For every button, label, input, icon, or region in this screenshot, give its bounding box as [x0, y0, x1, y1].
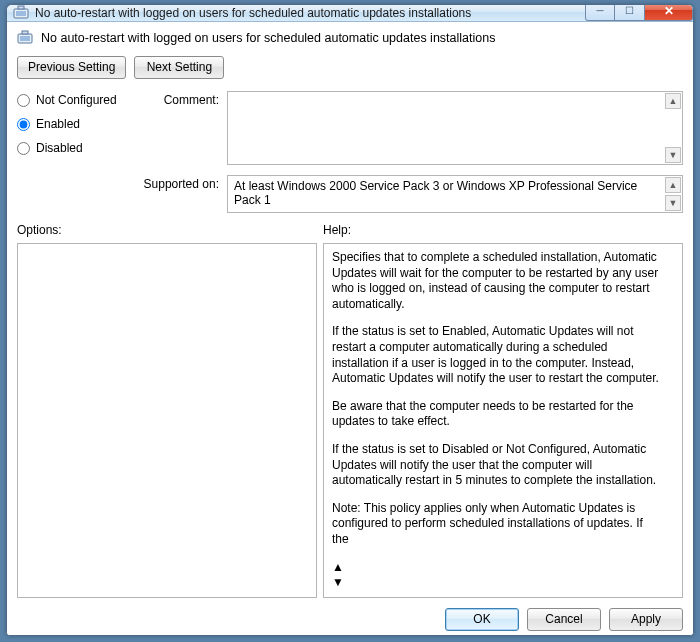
panes: Specifies that to complete a scheduled i… — [17, 243, 683, 598]
section-labels: Options: Help: — [17, 223, 683, 237]
radio-label: Not Configured — [36, 93, 117, 107]
window-title: No auto-restart with logged on users for… — [35, 6, 585, 20]
upper-config: Not Configured Enabled Disabled Comment:… — [17, 91, 683, 213]
gpo-editor-window: No auto-restart with logged on users for… — [6, 4, 694, 636]
state-radio-group: Not Configured Enabled Disabled — [17, 91, 137, 213]
apply-button[interactable]: Apply — [609, 608, 683, 631]
heading-row: No auto-restart with logged on users for… — [17, 30, 683, 46]
close-button[interactable]: ✕ — [645, 4, 693, 21]
radio-enabled[interactable]: Enabled — [17, 117, 137, 131]
scroll-down-icon[interactable]: ▼ — [665, 147, 681, 163]
svg-rect-2 — [18, 6, 24, 9]
scroll-up-icon[interactable]: ▲ — [665, 177, 681, 193]
svg-rect-4 — [20, 36, 30, 41]
supported-row: Supported on: At least Windows 2000 Serv… — [137, 175, 683, 213]
nav-row: Previous Setting Next Setting — [17, 56, 683, 79]
minimize-button[interactable]: ─ — [585, 4, 615, 21]
scroll-down-icon[interactable]: ▼ — [665, 195, 681, 211]
window-controls: ─ ☐ ✕ — [585, 4, 693, 21]
supported-value: At least Windows 2000 Service Pack 3 or … — [234, 179, 637, 207]
footer-buttons: OK Cancel Apply — [17, 608, 683, 631]
next-setting-button[interactable]: Next Setting — [134, 56, 224, 79]
comment-label: Comment: — [137, 91, 227, 107]
options-section-label: Options: — [17, 223, 323, 237]
svg-rect-1 — [16, 11, 26, 16]
cancel-button[interactable]: Cancel — [527, 608, 601, 631]
options-pane — [17, 243, 317, 598]
svg-rect-5 — [22, 31, 28, 34]
ok-button[interactable]: OK — [445, 608, 519, 631]
supported-textbox: At least Windows 2000 Service Pack 3 or … — [227, 175, 683, 213]
radio-label: Enabled — [36, 117, 80, 131]
scroll-down-icon[interactable]: ▼ — [332, 575, 660, 591]
help-paragraph: Specifies that to complete a scheduled i… — [332, 250, 660, 312]
comment-row: Comment: ▲ ▼ — [137, 91, 683, 165]
help-section-label: Help: — [323, 223, 351, 237]
radio-label: Disabled — [36, 141, 83, 155]
help-paragraph: If the status is set to Disabled or Not … — [332, 442, 660, 489]
radio-disabled-input[interactable] — [17, 142, 30, 155]
maximize-button[interactable]: ☐ — [615, 4, 645, 21]
meta-column: Comment: ▲ ▼ Supported on: At least Wind… — [137, 91, 683, 213]
supported-label: Supported on: — [137, 175, 227, 191]
scroll-up-icon[interactable]: ▲ — [332, 560, 660, 576]
radio-not-configured-input[interactable] — [17, 94, 30, 107]
policy-heading: No auto-restart with logged on users for… — [41, 31, 495, 45]
help-paragraph: Note: This policy applies only when Auto… — [332, 501, 660, 548]
radio-disabled[interactable]: Disabled — [17, 141, 137, 155]
titlebar[interactable]: No auto-restart with logged on users for… — [7, 5, 693, 22]
scroll-up-icon[interactable]: ▲ — [665, 93, 681, 109]
gpo-icon — [13, 5, 29, 21]
radio-not-configured[interactable]: Not Configured — [17, 93, 137, 107]
comment-textarea[interactable]: ▲ ▼ — [227, 91, 683, 165]
radio-enabled-input[interactable] — [17, 118, 30, 131]
gpo-icon — [17, 30, 33, 46]
client-area: No auto-restart with logged on users for… — [7, 22, 693, 636]
help-pane: Specifies that to complete a scheduled i… — [323, 243, 683, 598]
help-paragraph: If the status is set to Enabled, Automat… — [332, 324, 660, 386]
help-paragraph: Be aware that the computer needs to be r… — [332, 399, 660, 430]
previous-setting-button[interactable]: Previous Setting — [17, 56, 126, 79]
